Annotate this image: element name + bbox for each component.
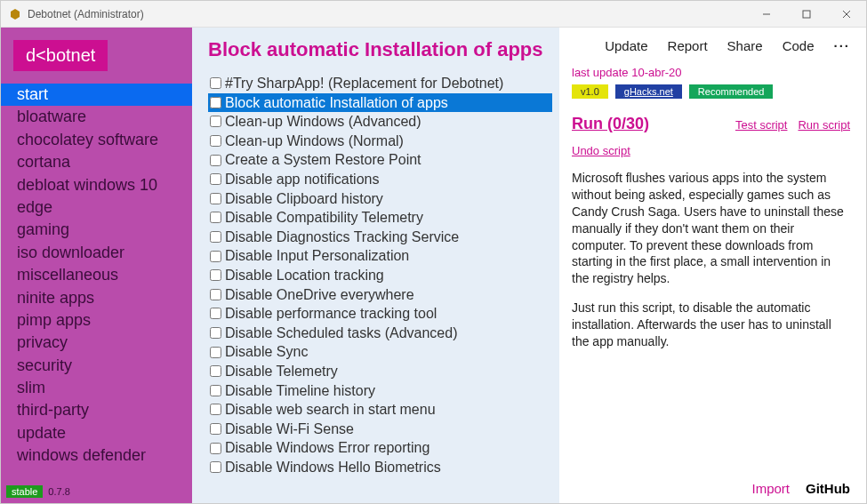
option-row[interactable]: Disable Location tracking xyxy=(208,266,552,285)
option-checkbox[interactable] xyxy=(210,173,221,185)
github-link[interactable]: GitHub xyxy=(806,481,850,496)
sidebar-item-start[interactable]: start xyxy=(1,84,192,106)
option-row[interactable]: Disable Diagnostics Tracking Service xyxy=(208,228,552,247)
nav-report[interactable]: Report xyxy=(668,38,708,53)
option-row[interactable]: Disable performance tracking tool xyxy=(208,304,552,324)
sidebar-item-bloatware[interactable]: bloatware xyxy=(1,106,192,128)
undo-script-link[interactable]: Undo script xyxy=(572,144,630,157)
option-checkbox[interactable] xyxy=(210,443,221,454)
option-checkbox[interactable] xyxy=(210,97,221,108)
svg-rect-1 xyxy=(803,11,810,18)
option-checkbox[interactable] xyxy=(210,251,221,262)
option-label: Disable Windows Error reporting xyxy=(225,438,429,458)
option-label: Disable Input Personalization xyxy=(225,246,409,266)
option-label: Disable Compatibility Telemetry xyxy=(225,208,423,228)
maximize-button[interactable] xyxy=(786,1,826,28)
option-label: Disable Clipboard history xyxy=(225,189,383,209)
version-label: 0.7.8 xyxy=(48,486,69,497)
option-checkbox[interactable] xyxy=(210,193,221,204)
test-script-link[interactable]: Test script xyxy=(735,118,788,132)
sidebar-item-gaming[interactable]: gaming xyxy=(1,219,192,241)
option-checkbox[interactable] xyxy=(210,308,221,319)
sidebar-item-third-party[interactable]: third-party xyxy=(1,399,192,421)
sidebar-item-update[interactable]: update xyxy=(1,422,192,444)
option-row[interactable]: Disable web search in start menu xyxy=(208,400,552,420)
option-checkbox[interactable] xyxy=(210,135,221,147)
middle-panel: Block automatic Installation of apps #Tr… xyxy=(192,28,559,503)
option-checkbox[interactable] xyxy=(210,77,221,89)
option-checkbox[interactable] xyxy=(210,385,221,396)
sidebar-item-pimp-apps[interactable]: pimp apps xyxy=(1,309,192,332)
option-checkbox[interactable] xyxy=(210,327,221,339)
nav-update[interactable]: Update xyxy=(605,38,647,53)
sidebar-item-cortana[interactable]: cortana xyxy=(1,151,192,173)
import-link[interactable]: Import xyxy=(751,481,790,496)
option-checkbox[interactable] xyxy=(210,365,221,377)
option-label: Disable OneDrive everywhere xyxy=(225,285,414,305)
option-label: Clean-up Windows (Advanced) xyxy=(225,112,421,132)
stable-badge: stable xyxy=(6,485,43,498)
description-2: Just run this script, to disable the aut… xyxy=(572,300,850,350)
sidebar-item-iso-downloader[interactable]: iso downloader xyxy=(1,242,192,264)
option-checkbox[interactable] xyxy=(210,269,221,281)
option-label: Disable Timeline history xyxy=(225,381,375,401)
option-row[interactable]: Block automatic Installation of apps xyxy=(208,93,552,113)
option-row[interactable]: #Try SharpApp! (Replacement for Debotnet… xyxy=(208,74,552,93)
option-checkbox[interactable] xyxy=(210,461,221,473)
option-row[interactable]: Clean-up Windows (Normal) xyxy=(208,132,552,151)
option-row[interactable]: Clean-up Windows (Advanced) xyxy=(208,112,552,132)
option-label: Disable performance tracking tool xyxy=(225,304,437,324)
sidebar-item-windows-defender[interactable]: windows defender xyxy=(1,444,192,467)
option-row[interactable]: Disable Compatibility Telemetry xyxy=(208,208,552,228)
option-checkbox[interactable] xyxy=(210,231,221,243)
option-row[interactable]: Disable app notifications xyxy=(208,170,552,189)
run-button[interactable]: Run (0/30) xyxy=(572,115,649,133)
sidebar-item-chocolatey-software[interactable]: chocolatey software xyxy=(1,129,192,151)
option-row[interactable]: Disable OneDrive everywhere xyxy=(208,285,552,305)
sidebar-item-slim[interactable]: slim xyxy=(1,377,192,399)
option-checkbox[interactable] xyxy=(210,289,221,300)
option-checkbox[interactable] xyxy=(210,423,221,435)
sidebar-item-security[interactable]: security xyxy=(1,355,192,377)
option-row[interactable]: Disable Wi-Fi Sense xyxy=(208,420,552,439)
badges-row: v1.0 gHacks.net Recommended xyxy=(572,84,850,99)
option-checkbox[interactable] xyxy=(210,212,221,223)
sidebar-item-edge[interactable]: edge xyxy=(1,196,192,219)
close-button[interactable] xyxy=(826,1,866,28)
option-label: Disable app notifications xyxy=(225,170,379,189)
sidebar-item-debloat-windows-10[interactable]: debloat windows 10 xyxy=(1,174,192,196)
ghacks-badge[interactable]: gHacks.net xyxy=(615,84,682,99)
sidebar-item-ninite-apps[interactable]: ninite apps xyxy=(1,287,192,309)
option-row[interactable]: Disable Telemetry xyxy=(208,362,552,381)
more-icon[interactable]: ··· xyxy=(833,38,850,53)
option-checkbox[interactable] xyxy=(210,155,221,166)
nav-code[interactable]: Code xyxy=(783,38,815,53)
nav-share[interactable]: Share xyxy=(727,38,763,53)
option-label: Disable Telemetry xyxy=(225,362,338,381)
options-list[interactable]: #Try SharpApp! (Replacement for Debotnet… xyxy=(208,74,556,503)
option-row[interactable]: Create a System Restore Point xyxy=(208,150,552,170)
option-checkbox[interactable] xyxy=(210,404,221,415)
window-title: Debotnet (Administrator) xyxy=(28,8,144,20)
option-row[interactable]: Disable Sync xyxy=(208,342,552,362)
top-nav: Update Report Share Code ··· xyxy=(572,38,850,53)
option-row[interactable]: Disable Windows Error reporting xyxy=(208,438,552,458)
sidebar-item-privacy[interactable]: privacy xyxy=(1,332,192,354)
minimize-button[interactable] xyxy=(746,1,786,28)
option-checkbox[interactable] xyxy=(210,347,221,358)
option-label: Disable Scheduled tasks (Advanced) xyxy=(225,324,457,343)
run-script-link[interactable]: Run script xyxy=(798,118,850,132)
sidebar-nav: startbloatwarechocolatey softwarecortana… xyxy=(1,84,192,468)
option-row[interactable]: Disable Scheduled tasks (Advanced) xyxy=(208,324,552,343)
option-row[interactable]: Disable Timeline history xyxy=(208,381,552,401)
option-row[interactable]: Disable Windows Hello Biometrics xyxy=(208,458,552,477)
description-1: Microsoft flushes various apps into the … xyxy=(572,170,850,287)
option-label: Block automatic Installation of apps xyxy=(225,93,448,113)
option-label: Disable Diagnostics Tracking Service xyxy=(225,228,459,247)
option-row[interactable]: Disable Clipboard history xyxy=(208,189,552,209)
sidebar-item-miscellaneous[interactable]: miscellaneous xyxy=(1,264,192,286)
option-row[interactable]: Disable Input Personalization xyxy=(208,246,552,266)
option-label: Disable web search in start menu xyxy=(225,400,436,420)
option-checkbox[interactable] xyxy=(210,116,221,127)
titlebar: Debotnet (Administrator) xyxy=(1,1,866,28)
